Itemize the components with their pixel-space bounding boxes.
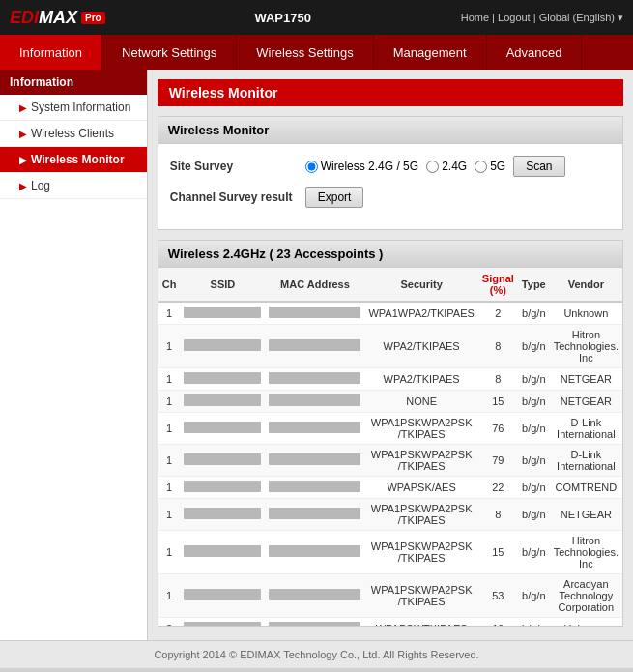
logout-link[interactable]: Logout	[498, 12, 531, 23]
cell-security: WPA2/TKIPAES	[364, 368, 477, 391]
table-scroll-container[interactable]: Ch SSID MAC Address Security Signal (%) …	[158, 268, 622, 626]
cell-mac	[265, 618, 364, 627]
cell-vendor: Unknown	[550, 302, 622, 325]
cell-vendor: COMTREND	[550, 477, 622, 499]
cell-ch: 1	[158, 391, 181, 413]
cell-security: WPA1PSKWPA2PSK /TKIPAES	[364, 531, 477, 574]
col-mac: MAC Address	[265, 268, 364, 302]
sidebar-item-wireless-monitor[interactable]: ▶ Wireless Monitor	[0, 147, 147, 173]
table-row: 1WPA2/TKIPAES8b/g/nHitron Technologies. …	[158, 325, 622, 368]
sidebar-header: Information	[0, 70, 147, 95]
cell-type: b/g/n	[518, 391, 550, 413]
table-row: 1WPA1PSKWPA2PSK /TKIPAES79b/g/nD-Link In…	[158, 445, 622, 477]
sidebar-item-system-information[interactable]: ▶ System Information	[0, 95, 147, 121]
table-row: 1WPA1PSKWPA2PSK /TKIPAES15b/g/nHitron Te…	[158, 531, 622, 574]
cell-signal: 8	[478, 499, 518, 531]
main-content: Wireless Monitor Wireless Monitor Site S…	[148, 70, 633, 640]
cell-mac	[265, 477, 364, 499]
cell-type: b/g/n	[518, 325, 550, 368]
table-wrapper[interactable]: Ch SSID MAC Address Security Signal (%) …	[158, 268, 622, 626]
cell-security: WPA1PSKWPA2PSK /TKIPAES	[364, 574, 477, 618]
logo-text: EDIMAX	[10, 8, 77, 28]
sidebar-item-wireless-clients[interactable]: ▶ Wireless Clients	[0, 121, 147, 147]
sidebar-item-label: Log	[31, 179, 50, 192]
channel-survey-row: Channel Survey result Export	[170, 187, 611, 208]
radio-5g[interactable]	[475, 161, 487, 173]
form-area: Site Survey Wireless 2.4G / 5G 2.4G 5	[158, 144, 622, 229]
cell-type: b/g/n	[518, 413, 550, 445]
cell-ch: 1	[158, 531, 181, 574]
cell-ch: 1	[158, 302, 181, 325]
radio-group: Wireless 2.4G / 5G 2.4G 5G Scan	[305, 156, 565, 177]
cell-ssid	[180, 445, 265, 477]
sidebar-item-label: Wireless Monitor	[31, 153, 125, 166]
cell-mac	[265, 499, 364, 531]
wireless-monitor-section: Wireless Monitor Site Survey Wireless 2.…	[158, 116, 623, 230]
sidebar-item-log[interactable]: ▶ Log	[0, 173, 147, 199]
col-ch: Ch	[158, 268, 181, 302]
cell-security: WPA2/TKIPAES	[364, 325, 477, 368]
cell-type: b/g/n	[518, 445, 550, 477]
table-row: 1WPAPSK/AES22b/g/nCOMTREND	[158, 477, 622, 499]
site-survey-label: Site Survey	[170, 160, 296, 173]
site-survey-row: Site Survey Wireless 2.4G / 5G 2.4G 5	[170, 156, 611, 177]
radio-both-label[interactable]: Wireless 2.4G / 5G	[305, 160, 418, 173]
table-section-header: Wireless 2.4GHz ( 23 Accesspoints )	[158, 241, 622, 268]
radio-5g-label[interactable]: 5G	[475, 160, 505, 173]
header-center: WAP1750	[235, 11, 331, 25]
cell-vendor: Hitron Technologies. Inc	[550, 325, 622, 368]
radio-2g-label[interactable]: 2.4G	[426, 160, 467, 173]
cell-ssid	[180, 391, 265, 413]
radio-2g[interactable]	[426, 161, 439, 173]
cell-ch: 2	[158, 618, 181, 627]
cell-mac	[265, 445, 364, 477]
arrow-icon: ▶	[19, 129, 27, 139]
export-button[interactable]: Export	[305, 187, 364, 208]
cell-signal: 8	[478, 325, 518, 368]
cell-mac	[265, 302, 364, 325]
cell-vendor: Unknown	[550, 618, 622, 627]
cell-mac	[265, 531, 364, 574]
cell-ssid	[180, 368, 265, 391]
model-label: WAP1750	[235, 11, 331, 25]
cell-ssid	[180, 302, 265, 325]
nav-item-management[interactable]: Management	[374, 35, 487, 70]
cell-type: b/g/n	[518, 531, 550, 574]
channel-survey-label: Channel Survey result	[170, 190, 296, 204]
col-signal: Signal (%)	[478, 268, 518, 302]
cell-security: NONE	[364, 391, 477, 413]
header: EDIMAX Pro WAP1750 Home | Logout | Globa…	[0, 0, 633, 35]
content-wrapper: Information ▶ System Information ▶ Wirel…	[0, 70, 633, 640]
arrow-icon: ▶	[19, 102, 27, 113]
radio-both-text: Wireless 2.4G / 5G	[321, 160, 418, 173]
cell-signal: 8	[478, 368, 518, 391]
sidebar-item-label: System Information	[31, 101, 130, 114]
cell-signal: 19	[478, 618, 518, 627]
table-row: 2WPAPSK/TKIPAES19b/g/nUnknown	[158, 618, 622, 627]
nav-item-information[interactable]: Information	[0, 35, 102, 70]
home-link[interactable]: Home	[461, 12, 489, 23]
cell-mac	[265, 574, 364, 618]
nav-item-wireless-settings[interactable]: Wireless Settings	[237, 35, 373, 70]
logo: EDIMAX Pro	[10, 8, 105, 28]
access-points-table: Ch SSID MAC Address Security Signal (%) …	[158, 268, 622, 626]
nav-item-network-settings[interactable]: Network Settings	[102, 35, 237, 70]
cell-signal: 76	[478, 413, 518, 445]
cell-ch: 1	[158, 445, 181, 477]
language-selector[interactable]: Global (English)	[539, 12, 615, 23]
cell-ch: 1	[158, 477, 181, 499]
cell-security: WPA1PSKWPA2PSK /TKIPAES	[364, 499, 477, 531]
sidebar: Information ▶ System Information ▶ Wirel…	[0, 70, 148, 640]
cell-ssid	[180, 413, 265, 445]
cell-vendor: Arcadyan Technology Corporation	[550, 574, 622, 618]
table-section: Wireless 2.4GHz ( 23 Accesspoints ) Ch S…	[158, 240, 623, 627]
radio-both[interactable]	[305, 161, 318, 173]
cell-ch: 1	[158, 574, 181, 618]
col-type: Type	[518, 268, 550, 302]
scan-button[interactable]: Scan	[513, 156, 564, 177]
sidebar-item-label: Wireless Clients	[31, 127, 114, 140]
cell-ch: 1	[158, 413, 181, 445]
cell-ssid	[180, 499, 265, 531]
cell-mac	[265, 413, 364, 445]
nav-item-advanced[interactable]: Advanced	[487, 35, 583, 70]
